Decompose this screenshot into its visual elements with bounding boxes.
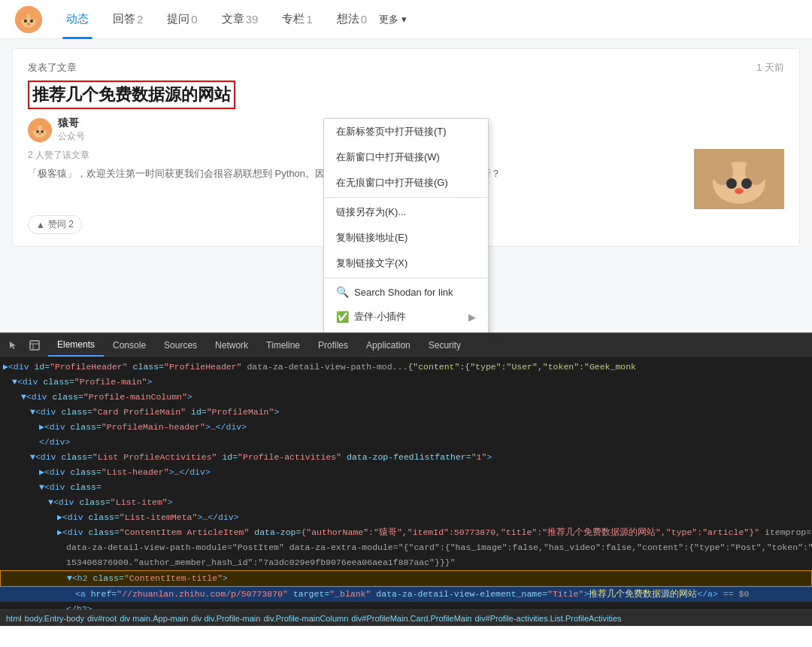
top-nav: 动态 回答 2 提问 0 文章 39 专栏 1 想法 0 更多 ▾ (0, 0, 812, 39)
devtools-dom-content: ▶<div id="ProfileHeader" class="ProfileH… (0, 357, 812, 609)
devtools-inspect-icon[interactable] (27, 338, 42, 353)
dom-line[interactable]: ▼<div class= (0, 480, 812, 495)
svg-rect-21 (30, 341, 39, 350)
dom-line[interactable]: ▶<div class="List-header">…</div> (0, 465, 812, 480)
author-name[interactable]: 猿哥 (58, 117, 85, 130)
article-time: 1 天前 (756, 61, 784, 74)
author-avatar (28, 118, 52, 142)
context-menu-shodan[interactable]: 🔍 Search Shodan for link (324, 280, 488, 304)
shodan-icon: 🔍 (336, 286, 348, 298)
dom-line[interactable]: </h2> (0, 602, 812, 609)
tab-zhuanlan[interactable]: 专栏 1 (270, 0, 324, 39)
dom-line[interactable]: ▶<div id="ProfileHeader" class="ProfileH… (0, 360, 812, 375)
devtools-breadcrumb: html body.Entry-body div#root div main.A… (0, 609, 812, 626)
context-menu-open-new-window[interactable]: 在新窗口中打开链接(W) (324, 144, 488, 170)
nav-tabs: 动态 回答 2 提问 0 文章 39 专栏 1 想法 0 更多 ▾ (54, 0, 407, 39)
svg-point-19 (741, 178, 752, 189)
context-menu: 在新标签页中打开链接(T) 在新窗口中打开链接(W) 在无痕窗口中打开链接(G)… (323, 118, 489, 333)
devtools-toolbar: Elements Console Sources Network Timelin… (0, 334, 812, 357)
dom-line[interactable]: ▼<div class="Profile-mainColumn"> (0, 390, 812, 405)
context-menu-sep-2 (324, 278, 488, 278)
context-menu-save-link[interactable]: 链接另存为(K)... (324, 199, 488, 225)
breadcrumb-html[interactable]: html (6, 614, 22, 623)
devtools-tab-profiles[interactable]: Profiles (309, 334, 357, 357)
article-meta: 发表了文章 1 天前 (28, 61, 784, 74)
breadcrumb-body[interactable]: body.Entry-body (25, 614, 84, 623)
dom-line[interactable]: </div> (0, 435, 812, 450)
devtools-tab-application[interactable]: Application (357, 334, 420, 357)
like-label: 赞同 2 (48, 218, 74, 231)
svg-point-4 (24, 20, 27, 23)
devtools-panel: Elements Console Sources Network Timelin… (0, 333, 812, 626)
dom-line[interactable]: data-za-detail-view-path-module="PostIte… (0, 540, 812, 555)
main-content: 发表了文章 1 天前 推荐几个免费数据源的网站 猿哥 公众号 (0, 39, 812, 333)
dom-line[interactable]: ▼<div class="List ProfileActivities" id=… (0, 450, 812, 465)
svg-point-2 (21, 13, 27, 20)
devtools-tab-security[interactable]: Security (420, 334, 470, 357)
author-info: 猿哥 公众号 (58, 117, 85, 143)
submenu-arrow: ▶ (468, 311, 476, 323)
svg-point-3 (30, 13, 36, 20)
devtools-tab-elements[interactable]: Elements (48, 334, 104, 357)
devtools-cursor-icon[interactable] (6, 338, 21, 353)
dom-line-a-selected[interactable]: <a href="//zhuanlan.zhihu.com/p/50773870… (0, 587, 812, 602)
dom-line[interactable]: ▼<div class="List-item"> (0, 495, 812, 510)
context-menu-yiban[interactable]: ✅ 壹伴·小插件 ▶ (324, 304, 488, 330)
breadcrumb-profile-main-card[interactable]: div#ProfileMain.Card.ProfileMain (351, 614, 471, 623)
tab-tiwenwen[interactable]: 提问 0 (155, 0, 209, 39)
svg-point-11 (36, 130, 39, 133)
breadcrumb-app-main[interactable]: div main.App-main (120, 614, 188, 623)
tab-more[interactable]: 更多 ▾ (379, 13, 407, 26)
dom-line[interactable]: 153406876900."author_member_hash_id":"7a… (0, 555, 812, 570)
svg-point-10 (42, 125, 47, 131)
breadcrumb-main-col[interactable]: div.Profile-mainColumn (263, 614, 348, 623)
chevron-down-icon: ▾ (401, 14, 407, 25)
article-thumbnail (694, 149, 784, 209)
like-button[interactable]: ▲ 赞同 2 (28, 215, 82, 234)
dom-line[interactable]: ▼<div class="Profile-main"> (0, 375, 812, 390)
breadcrumb-activities[interactable]: div#Profile-activities.List.ProfileActiv… (475, 614, 622, 623)
dom-line[interactable]: ▼<div class="Card ProfileMain" id="Profi… (0, 405, 812, 420)
devtools-tab-sources[interactable]: Sources (155, 334, 206, 357)
svg-point-13 (39, 133, 41, 135)
tab-huida[interactable]: 回答 2 (101, 0, 155, 39)
devtools-tab-console[interactable]: Console (104, 334, 155, 357)
svg-point-9 (33, 125, 38, 131)
author-tag: 公众号 (58, 130, 85, 143)
devtools-toolbar-icons (6, 338, 42, 353)
breadcrumb-root[interactable]: div#root (87, 614, 117, 623)
tab-dongtai[interactable]: 动态 (54, 0, 101, 39)
svg-point-20 (735, 188, 744, 194)
article-title[interactable]: 推荐几个免费数据源的网站 (28, 80, 235, 109)
dom-line[interactable]: ▶<div class="ContentItem ArticleItem" da… (0, 525, 812, 540)
plugin-icon: ✅ (336, 311, 348, 323)
context-menu-copy-text[interactable]: 复制链接文字(X) (324, 251, 488, 276)
context-menu-qrcode[interactable]: ⊞ 将页面网址生成二维码 (324, 330, 488, 333)
devtools-tab-network[interactable]: Network (206, 334, 257, 357)
tab-xiangfa[interactable]: 想法 0 (325, 0, 379, 39)
breadcrumb-profile-main[interactable]: div div.Profile-main (191, 614, 260, 623)
context-menu-open-incognito[interactable]: 在无痕窗口中打开链接(G) (324, 170, 488, 196)
nav-avatar (15, 6, 42, 33)
thumbs-up-icon: ▲ (36, 220, 45, 230)
tab-wenzhang[interactable]: 文章 39 (210, 0, 271, 39)
svg-point-18 (726, 178, 737, 189)
article-action-label: 发表了文章 (28, 61, 77, 74)
dom-line-h2[interactable]: ▼<h2 class="ContentItem-title"> (0, 570, 812, 587)
context-menu-copy-link[interactable]: 复制链接地址(E) (324, 225, 488, 251)
context-menu-sep-1 (324, 197, 488, 198)
devtools-tab-timeline[interactable]: Timeline (257, 334, 309, 357)
svg-point-5 (30, 20, 33, 23)
context-menu-open-new-tab[interactable]: 在新标签页中打开链接(T) (324, 119, 488, 144)
dom-line[interactable]: ▶<div class="List-itemMeta">…</div> (0, 510, 812, 525)
svg-point-12 (41, 130, 44, 133)
svg-point-6 (27, 23, 30, 25)
dom-line[interactable]: ▶<div class="ProfileMain-header">…</div> (0, 420, 812, 435)
